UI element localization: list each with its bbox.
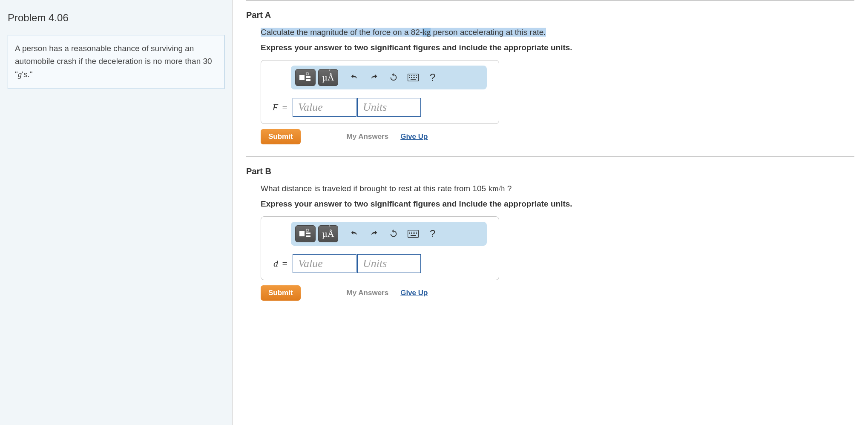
part-b-toolbar: µÅ° ? [291,222,487,246]
part-b-label: Part B [246,167,854,176]
part-a-label: Part A [246,10,854,20]
reset-button[interactable] [385,225,402,242]
svg-rect-3 [306,79,310,81]
redo-button[interactable] [365,225,382,242]
undo-button[interactable] [346,69,363,86]
problem-title: Problem 4.06 [8,12,224,24]
prompt-unit-kg: kg [423,28,431,37]
svg-rect-16 [299,231,305,236]
svg-rect-18 [306,233,310,234]
part-a-instruction: Express your answer to two significant f… [261,43,854,52]
svg-rect-31 [411,235,416,236]
part-b: Part B What distance is traveled if brou… [246,156,854,309]
main-content: Part A Calculate the magnitude of the fo… [233,0,868,425]
sidebar: Problem 4.06 A person has a reasonable c… [0,0,233,425]
svg-rect-14 [416,77,417,78]
prompt-unit-kmh: km/h [488,184,505,193]
part-a: Part A Calculate the magnitude of the fo… [246,0,854,153]
part-b-answer-box: µÅ° ? [261,216,499,280]
part-a-variable-label: F = [269,102,287,113]
units-tool-button[interactable]: µÅ° [318,69,338,86]
part-b-input-row: d = Value Units [269,254,494,273]
svg-rect-7 [413,75,414,76]
part-b-variable-label: d = [269,258,287,269]
help-button[interactable]: ? [424,69,441,86]
redo-button[interactable] [365,69,382,86]
svg-rect-28 [413,233,414,234]
part-a-input-row: F = Value Units [269,98,494,117]
svg-rect-21 [409,232,410,233]
svg-rect-13 [414,77,415,78]
part-a-value-input[interactable]: Value [293,98,356,117]
svg-rect-27 [411,233,412,234]
svg-rect-11 [411,77,412,78]
svg-rect-24 [414,232,415,233]
prompt-post: person accelerating at this rate. [431,28,546,37]
template-tool-button[interactable] [295,69,316,86]
svg-rect-5 [409,75,410,76]
svg-rect-23 [413,232,414,233]
part-b-prompt: What distance is traveled if brought to … [261,184,854,193]
part-b-instruction: Express your answer to two significant f… [261,199,854,209]
svg-rect-8 [414,75,415,76]
units-tool-button[interactable]: µÅ° [318,225,338,242]
prompt-pre: What distance is traveled if brought to … [261,184,488,193]
part-a-prompt: Calculate the magnitude of the force on … [261,28,854,37]
svg-rect-22 [411,232,412,233]
part-a-toolbar: µÅ° ? [291,66,487,89]
prompt-pre: Calculate the magnitude of the force on … [261,28,423,37]
svg-rect-30 [416,233,417,234]
problem-statement: A person has a reasonable chance of surv… [8,35,224,89]
svg-rect-0 [299,75,305,80]
svg-rect-15 [411,79,416,80]
part-a-submit-button[interactable]: Submit [261,129,301,144]
undo-button[interactable] [346,225,363,242]
svg-rect-17 [306,229,308,231]
part-b-actions: Submit My Answers Give Up [261,285,854,301]
reset-button[interactable] [385,69,402,86]
prompt-post: ? [505,184,512,193]
part-a-my-answers-link[interactable]: My Answers [347,132,389,141]
svg-rect-6 [411,75,412,76]
keyboard-button[interactable] [405,225,422,242]
problem-text-pre: A person has a reasonable chance of surv… [15,44,212,79]
help-button[interactable]: ? [424,225,441,242]
part-a-units-input[interactable]: Units [357,98,421,117]
svg-rect-9 [416,75,417,76]
prompt-highlight: Calculate the magnitude of the force on … [261,28,546,37]
part-b-submit-button[interactable]: Submit [261,285,301,301]
problem-text-post: 's." [22,70,32,79]
template-tool-button[interactable] [295,225,316,242]
problem-text-g: g [18,70,22,79]
svg-rect-19 [306,235,310,237]
svg-rect-2 [306,76,310,78]
svg-rect-26 [409,233,410,234]
svg-rect-12 [413,77,414,78]
part-b-value-input[interactable]: Value [293,254,356,273]
svg-rect-29 [414,233,415,234]
svg-rect-10 [409,77,410,78]
part-b-my-answers-link[interactable]: My Answers [347,289,389,297]
part-a-answer-box: µÅ° ? [261,60,499,124]
part-a-give-up-link[interactable]: Give Up [400,132,428,141]
part-a-actions: Submit My Answers Give Up [261,129,854,144]
keyboard-button[interactable] [405,69,422,86]
svg-rect-25 [416,232,417,233]
part-b-units-input[interactable]: Units [357,254,421,273]
part-b-give-up-link[interactable]: Give Up [400,289,428,297]
svg-rect-1 [306,73,308,75]
